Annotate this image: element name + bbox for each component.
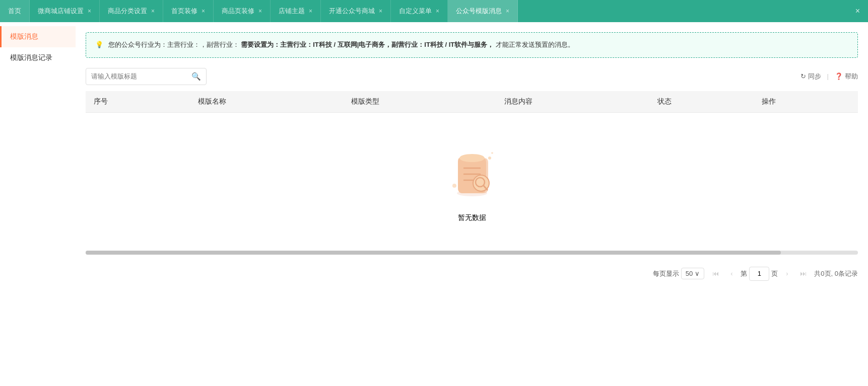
empty-illustration: [442, 143, 502, 203]
tab-theme-close[interactable]: ×: [309, 8, 312, 15]
tab-product-label: 商品页装修: [222, 7, 254, 16]
help-label: 帮助: [845, 72, 858, 81]
tab-homepage-label: 首页装修: [171, 7, 197, 16]
tab-custommenu-label: 自定义菜单: [399, 7, 432, 16]
tab-product-close[interactable]: ×: [258, 8, 262, 15]
notice-banner: 💡 您的公众号行业为：主营行业：，副营行业： 需要设置为：主营行业：IT科技 /…: [86, 32, 858, 58]
tab-theme[interactable]: 店铺主题 ×: [271, 0, 321, 22]
chevron-down-icon: ∨: [695, 270, 700, 277]
page-number-input[interactable]: [749, 267, 769, 281]
tab-category-label: 商品分类设置: [108, 7, 147, 16]
tab-template-close[interactable]: ×: [506, 8, 509, 15]
scroll-indicator[interactable]: [86, 251, 858, 255]
search-input-wrap[interactable]: 🔍: [86, 68, 207, 85]
page-suffix: 页: [771, 269, 778, 278]
tab-template[interactable]: 公众号模版消息 ×: [448, 0, 518, 22]
sidebar-item-template-msg-label: 模版消息: [10, 32, 38, 40]
tab-homepage-close[interactable]: ×: [202, 8, 205, 15]
tab-category[interactable]: 商品分类设置 ×: [100, 0, 163, 22]
tab-custommenu[interactable]: 自定义菜单 ×: [391, 0, 448, 22]
table-header-row: 序号 模版名称 模版类型 消息内容 状态 操作: [86, 91, 858, 113]
help-button[interactable]: ❓ 帮助: [835, 72, 858, 81]
empty-text: 暂无数据: [458, 213, 486, 222]
tab-homepage[interactable]: 首页装修 ×: [163, 0, 214, 22]
sync-icon: ↻: [800, 72, 806, 80]
search-bar: 🔍 ↻ 同步 | ❓ 帮助: [86, 68, 858, 85]
svg-point-1: [459, 154, 485, 162]
sync-button[interactable]: ↻ 同步: [800, 72, 821, 81]
global-close-button[interactable]: ×: [847, 0, 868, 22]
scroll-thumb: [86, 251, 781, 255]
svg-point-8: [488, 157, 491, 160]
tab-home[interactable]: 首页: [0, 0, 30, 22]
notice-icon: 💡: [95, 41, 103, 48]
divider: |: [827, 72, 829, 80]
tab-bar: 首页 微商城店铺设置 × 商品分类设置 × 首页装修 × 商品页装修 × 店铺主…: [0, 0, 868, 22]
tab-openshop-label: 开通公众号商城: [329, 7, 375, 16]
empty-state: 暂无数据: [86, 113, 858, 243]
next-page-button[interactable]: ›: [780, 267, 794, 281]
tab-category-close[interactable]: ×: [151, 8, 155, 15]
page-size-label: 每页显示: [653, 269, 679, 278]
tab-wshop-label: 微商城店铺设置: [38, 7, 84, 16]
notice-prefix: 您的公众号行业为：主营行业：，副营行业：: [108, 41, 239, 48]
page-size-value: 50: [686, 270, 693, 277]
page-size-dropdown[interactable]: 50 ∨: [681, 268, 704, 279]
pagination: 每页显示 50 ∨ ⏮ ‹ 第 页 › ⏭ 共0页, 0条记录: [86, 263, 858, 281]
sync-label: 同步: [808, 72, 821, 81]
tab-wshop[interactable]: 微商城店铺设置 ×: [30, 0, 100, 22]
col-status: 状态: [649, 91, 754, 113]
page-size-select: 每页显示 50 ∨: [653, 268, 704, 279]
content-area: 💡 您的公众号行业为：主营行业：，副营行业： 需要设置为：主营行业：IT科技 /…: [76, 22, 868, 386]
col-name: 模版名称: [190, 91, 343, 113]
svg-point-9: [491, 152, 493, 154]
page-input-group: 第 页: [741, 267, 778, 281]
help-icon: ❓: [835, 72, 843, 80]
col-index: 序号: [86, 91, 190, 113]
first-page-button[interactable]: ⏮: [708, 267, 722, 281]
tab-custommenu-close[interactable]: ×: [436, 8, 439, 15]
svg-point-10: [452, 184, 456, 188]
sidebar-item-template-record-label: 模版消息记录: [10, 53, 52, 61]
sidebar-item-template-record[interactable]: 模版消息记录: [0, 47, 76, 68]
sidebar-item-template-msg[interactable]: 模版消息: [0, 26, 76, 47]
sidebar: 模版消息 模版消息记录: [0, 22, 76, 386]
total-info: 共0页, 0条记录: [814, 269, 858, 278]
data-table: 序号 模版名称 模版类型 消息内容 状态 操作: [86, 91, 858, 113]
notice-suffix: 才能正常发送预置的消息。: [496, 41, 574, 48]
search-icon[interactable]: 🔍: [191, 72, 201, 81]
tab-openshop-close[interactable]: ×: [379, 8, 382, 15]
page-nav: ⏮ ‹ 第 页 › ⏭: [708, 267, 810, 281]
prev-page-button[interactable]: ‹: [724, 267, 739, 281]
toolbar-right: ↻ 同步 | ❓ 帮助: [800, 72, 858, 81]
tab-theme-label: 店铺主题: [279, 7, 305, 16]
tab-template-label: 公众号模版消息: [456, 7, 502, 16]
col-type: 模版类型: [343, 91, 496, 113]
tab-wshop-close[interactable]: ×: [88, 8, 91, 15]
col-content: 消息内容: [496, 91, 649, 113]
col-action: 操作: [754, 91, 858, 113]
search-input[interactable]: [91, 72, 191, 80]
last-page-button[interactable]: ⏭: [796, 267, 810, 281]
page-label: 第: [741, 269, 747, 278]
tab-openshop[interactable]: 开通公众号商城 ×: [321, 0, 391, 22]
notice-highlight: 需要设置为：主营行业：IT科技 / 互联网|电子商务，副营行业：IT科技 / I…: [241, 41, 494, 48]
tab-home-label: 首页: [8, 7, 21, 16]
tab-product[interactable]: 商品页装修 ×: [214, 0, 271, 22]
main-layout: 模版消息 模版消息记录 💡 您的公众号行业为：主营行业：，副营行业： 需要设置为…: [0, 22, 868, 386]
